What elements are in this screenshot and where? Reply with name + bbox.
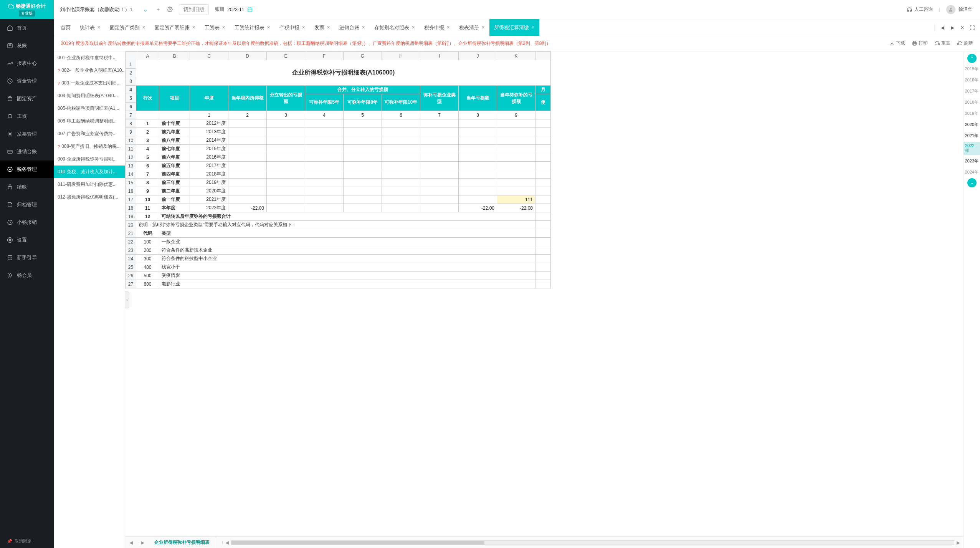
row-header[interactable]: 16 [126, 187, 136, 195]
form-list-item[interactable]: 012-减免所得税优惠明细表(... [54, 191, 125, 204]
data-cell[interactable] [459, 187, 497, 195]
data-cell[interactable] [497, 136, 535, 145]
data-cell[interactable] [497, 179, 535, 187]
close-icon[interactable]: ✕ [222, 25, 225, 30]
data-cell[interactable]: 8 [136, 179, 159, 187]
old-version-button[interactable]: 切到旧版 [179, 4, 209, 15]
close-icon[interactable]: ✕ [192, 25, 195, 30]
form-list-item[interactable]: ?008-资产折旧、摊销及纳税... [54, 140, 125, 153]
tab[interactable]: 固定资产明细账✕ [150, 19, 200, 36]
data-cell[interactable] [228, 170, 267, 179]
data-cell[interactable]: 300 [136, 255, 159, 263]
gear-icon[interactable] [167, 7, 173, 12]
data-cell[interactable] [267, 162, 305, 170]
data-cell[interactable]: 2017年度 [190, 162, 228, 170]
data-cell[interactable] [497, 119, 535, 128]
data-cell[interactable] [420, 187, 459, 195]
data-cell[interactable] [267, 145, 305, 153]
data-cell[interactable] [382, 162, 420, 170]
data-cell[interactable]: 6 [136, 162, 159, 170]
row-header[interactable]: 23 [126, 246, 136, 255]
data-cell[interactable] [305, 187, 344, 195]
data-cell[interactable] [497, 170, 535, 179]
tab-next-button[interactable]: ▶ [949, 24, 956, 31]
spreadsheet[interactable]: ABCDEFGHIJK1企业所得税弥补亏损明细表(A106000)234行次项目… [125, 51, 963, 536]
data-cell[interactable] [535, 145, 551, 153]
sidebar-pin-toggle[interactable]: 📌取消固定 [0, 535, 54, 548]
row-header[interactable]: 5 [126, 94, 136, 103]
row-header[interactable]: 8 [126, 119, 136, 128]
data-cell[interactable]: 10 [136, 195, 159, 204]
sidebar-item[interactable]: 首页 [0, 19, 54, 37]
data-cell[interactable] [228, 119, 267, 128]
data-cell[interactable]: 600 [136, 280, 159, 288]
account-selector[interactable]: 刘小艳演示账套（勿删勿动！）1 ⌄ [60, 6, 148, 13]
select-all-cell[interactable] [126, 52, 136, 60]
tab[interactable]: 存货别名对照表✕ [370, 19, 420, 36]
sidebar-item[interactable]: 总账 [0, 37, 54, 55]
row-header[interactable]: 27 [126, 280, 136, 288]
data-cell[interactable]: 前九年度 [159, 128, 190, 136]
data-cell[interactable] [497, 145, 535, 153]
data-cell[interactable] [228, 145, 267, 153]
data-cell[interactable]: 受疫情影 [159, 272, 535, 280]
sidebar-item[interactable]: 畅会员 [0, 267, 54, 284]
sidebar-item[interactable]: 资金管理 [0, 72, 54, 90]
data-cell[interactable] [305, 136, 344, 145]
data-cell[interactable] [267, 204, 305, 212]
row-header[interactable]: 4 [126, 86, 136, 94]
data-cell[interactable]: 前二年度 [159, 187, 190, 195]
data-cell[interactable] [382, 170, 420, 179]
data-cell[interactable] [344, 195, 382, 204]
row-header[interactable]: 11 [126, 145, 136, 153]
data-cell[interactable]: 2015年度 [190, 145, 228, 153]
col-header[interactable]: D [228, 52, 267, 60]
data-cell[interactable] [459, 145, 497, 153]
data-cell[interactable] [267, 179, 305, 187]
close-icon[interactable]: ✕ [531, 25, 535, 30]
data-cell[interactable] [535, 204, 551, 212]
data-cell[interactable] [497, 128, 535, 136]
data-cell[interactable] [459, 195, 497, 204]
col-header[interactable]: B [159, 52, 190, 60]
data-cell[interactable] [344, 204, 382, 212]
data-cell[interactable] [305, 179, 344, 187]
data-cell[interactable] [497, 153, 535, 162]
data-cell[interactable] [459, 179, 497, 187]
year-item[interactable]: 2023年 [964, 156, 979, 166]
form-list-item[interactable]: 004-期间费用明细表(A1040... [54, 89, 125, 102]
year-item[interactable]: 2020年 [964, 119, 979, 130]
row-header[interactable]: 9 [126, 128, 136, 136]
data-cell[interactable] [535, 212, 551, 221]
data-cell[interactable]: 2013年度 [190, 128, 228, 136]
close-icon[interactable]: ✕ [142, 25, 145, 30]
row-header[interactable]: 6 [126, 103, 136, 111]
data-cell[interactable] [344, 162, 382, 170]
tab[interactable]: 个税申报✕ [275, 19, 310, 36]
tab[interactable]: 进销台账✕ [335, 19, 370, 36]
data-cell[interactable]: 111 [497, 195, 535, 204]
tab[interactable]: 发票✕ [310, 19, 335, 36]
data-cell[interactable] [305, 162, 344, 170]
row-header[interactable]: 10 [126, 136, 136, 145]
data-cell[interactable]: 6 [382, 111, 420, 119]
tab[interactable]: 工资统计报表✕ [230, 19, 275, 36]
data-cell[interactable] [459, 128, 497, 136]
data-cell[interactable]: 2018年度 [190, 170, 228, 179]
sidebar-item[interactable]: 新手引导 [0, 249, 54, 267]
col-header[interactable]: A [136, 52, 159, 60]
data-cell[interactable] [305, 128, 344, 136]
data-cell[interactable] [420, 145, 459, 153]
data-cell[interactable] [136, 111, 159, 119]
row-header[interactable]: 12 [126, 153, 136, 162]
sidebar-item[interactable]: 进销台账 [0, 143, 54, 161]
close-icon[interactable]: ✕ [362, 25, 365, 30]
data-cell[interactable] [535, 128, 551, 136]
data-cell[interactable]: 2012年度 [190, 119, 228, 128]
data-cell[interactable]: 说明：第6列"弥补亏损企业类型"需要手动输入对应代码，代码对应关系如下： [136, 221, 535, 229]
data-cell[interactable] [305, 195, 344, 204]
close-icon[interactable]: ✕ [327, 25, 330, 30]
sidebar-item[interactable]: 归档管理 [0, 196, 54, 214]
data-cell[interactable] [420, 170, 459, 179]
form-list-item[interactable]: 001-企业所得税年度纳税申... [54, 51, 125, 64]
